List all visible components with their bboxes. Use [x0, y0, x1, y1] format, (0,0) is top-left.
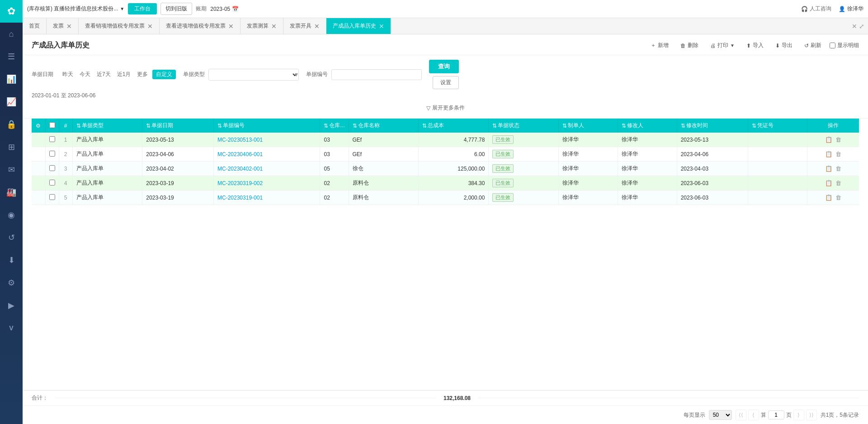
voucher-sort[interactable]: ⇅凭证号 [752, 122, 774, 129]
query-button[interactable]: 查询 [429, 60, 459, 73]
tab-invoice-calc[interactable]: 发票测算 ✕ [241, 18, 283, 34]
row-number-cell[interactable]: MC-20230402-001 [214, 162, 320, 176]
row-checkbox-4[interactable] [49, 180, 55, 186]
creator-sort[interactable]: ⇅制单人 [562, 122, 584, 129]
tab-expand-icon[interactable]: ⤢ [859, 23, 864, 30]
row-checkbox-cell[interactable] [45, 147, 59, 162]
shortcut-7days[interactable]: 近7天 [95, 70, 113, 79]
last-page-button[interactable]: ⟩⟩ [806, 410, 817, 420]
row-number-cell[interactable]: MC-20230513-001 [214, 133, 320, 147]
set-button[interactable]: 设置 [433, 76, 459, 89]
shortcut-1month[interactable]: 近1月 [115, 70, 133, 79]
shortcut-today[interactable]: 今天 [78, 70, 92, 79]
refresh-button[interactable]: ↺ 刷新 [801, 40, 825, 51]
tab-invoice[interactable]: 发票 ✕ [47, 18, 79, 34]
tab-invoice-calc-close[interactable]: ✕ [271, 23, 277, 29]
user-service-button[interactable]: 🎧 人工咨询 [801, 5, 831, 13]
th-voucher[interactable]: ⇅凭证号 [748, 119, 807, 133]
tab-sales-vat-close[interactable]: ✕ [147, 23, 153, 29]
tab-invoice-open[interactable]: 发票开具 ✕ [283, 18, 326, 34]
row-number-link[interactable]: MC-20230319-001 [217, 195, 263, 201]
sidebar-item-analytics[interactable]: 📈 [0, 91, 23, 113]
row-number-cell[interactable]: MC-20230406-001 [214, 147, 320, 162]
row-number-cell[interactable]: MC-20230319-001 [214, 191, 320, 205]
row-edit-icon[interactable]: 📋 [825, 151, 832, 157]
row-checkbox-1[interactable] [49, 136, 55, 142]
tab-sales-vat[interactable]: 查看销项增值税专用发票 ✕ [79, 18, 160, 34]
tab-product-inbound[interactable]: 产成品入库单历史 ✕ [326, 18, 391, 34]
th-type[interactable]: ⇅单据类型 [72, 119, 142, 133]
tab-product-inbound-close[interactable]: ✕ [379, 23, 384, 29]
sidebar-item-download[interactable]: ⬇ [0, 249, 23, 272]
prev-page-button[interactable]: ⟨ [748, 410, 759, 420]
row-number-link[interactable]: MC-20230406-001 [217, 151, 263, 157]
shortcut-custom[interactable]: 自定义 [152, 70, 176, 79]
next-page-button[interactable]: ⟩ [793, 410, 804, 420]
sidebar-item-refresh[interactable]: ↺ [0, 226, 23, 249]
tab-invoice-close[interactable]: ✕ [66, 23, 72, 29]
row-number-link[interactable]: MC-20230402-001 [217, 166, 263, 172]
user-info[interactable]: 👤 徐泽华 [839, 5, 863, 13]
sidebar-item-stamp[interactable]: ◉ [0, 204, 23, 226]
row-edit-icon[interactable]: 📋 [825, 194, 832, 201]
date-sort[interactable]: ⇅单据日期 [146, 122, 173, 129]
row-delete-icon[interactable]: 🗑 [835, 194, 841, 201]
th-total-cost[interactable]: ⇅总成本 [419, 119, 489, 133]
row-checkbox-cell[interactable] [45, 162, 59, 176]
row-number-cell[interactable]: MC-20230319-002 [214, 176, 320, 191]
shortcut-yesterday[interactable]: 昨天 [61, 70, 75, 79]
page-number-input[interactable] [768, 410, 784, 419]
th-warehouse-code[interactable]: ⇅仓库... [320, 119, 349, 133]
export-button[interactable]: ⬇ 导出 [772, 40, 796, 51]
type-filter-select[interactable] [208, 69, 299, 81]
expand-filter-button[interactable]: ▽ 展开更多条件 [32, 102, 859, 114]
print-button[interactable]: 🖨 打印 ▼ [707, 40, 738, 51]
number-filter-input[interactable] [331, 69, 422, 80]
row-delete-icon[interactable]: 🗑 [835, 180, 841, 186]
th-status[interactable]: ⇅单据状态 [489, 119, 559, 133]
th-date[interactable]: ⇅单据日期 [142, 119, 214, 133]
number-sort[interactable]: ⇅单据编号 [217, 122, 245, 129]
import-button[interactable]: ⬆ 导入 [743, 40, 767, 51]
sidebar-item-chart[interactable]: 📊 [0, 68, 23, 91]
row-edit-icon[interactable]: 📋 [825, 165, 832, 172]
row-number-link[interactable]: MC-20230513-001 [217, 137, 263, 143]
row-number-link[interactable]: MC-20230319-002 [217, 180, 263, 186]
row-edit-icon[interactable]: 📋 [825, 180, 832, 186]
sidebar-item-v[interactable]: V [0, 317, 23, 339]
select-all-checkbox[interactable] [49, 122, 55, 128]
new-button[interactable]: ＋ 新增 [647, 40, 672, 51]
sidebar-item-warehouse[interactable]: 🏭 [0, 181, 23, 204]
page-size-select[interactable]: 50 100 200 [709, 410, 732, 420]
total-cost-sort[interactable]: ⇅总成本 [422, 122, 444, 129]
sidebar-item-grid[interactable]: ⊞ [0, 136, 23, 158]
row-edit-icon[interactable]: 📋 [825, 136, 832, 143]
row-delete-icon[interactable]: 🗑 [835, 136, 841, 143]
sidebar-item-settings[interactable]: ⚙ [0, 272, 23, 294]
switch-version-button[interactable]: 切到旧版 [160, 3, 192, 15]
row-checkbox-cell[interactable] [45, 133, 59, 147]
sidebar-item-home[interactable]: ⌂ [0, 23, 23, 45]
calendar-icon[interactable]: 📅 [232, 6, 239, 12]
company-selector[interactable]: (库存核算) 直播轻抟通信息技术股份... ▼ [27, 5, 124, 13]
th-warehouse-name[interactable]: ⇅仓库名称 [349, 119, 419, 133]
sidebar-item-docs[interactable]: ☰ [0, 45, 23, 68]
row-checkbox-3[interactable] [49, 165, 55, 171]
tab-invoice-open-close[interactable]: ✕ [314, 23, 320, 29]
delete-button[interactable]: 🗑 删除 [677, 40, 702, 51]
modify-time-sort[interactable]: ⇅修改时间 [681, 122, 708, 129]
tab-close-all-icon[interactable]: ✕ [852, 23, 857, 30]
th-number[interactable]: ⇅单据编号 [214, 119, 320, 133]
row-checkbox-2[interactable] [49, 151, 55, 157]
show-detail-checkbox[interactable] [830, 43, 835, 48]
shortcut-more[interactable]: 更多 [135, 70, 150, 79]
tab-purchase-vat[interactable]: 查看进项增值税专用发票 ✕ [160, 18, 241, 34]
th-settings[interactable]: ⚙ [32, 119, 45, 133]
row-checkbox-cell[interactable] [45, 176, 59, 191]
row-checkbox-cell[interactable] [45, 191, 59, 205]
warehouse-name-sort[interactable]: ⇅仓库名称 [353, 122, 380, 129]
sidebar-item-mail[interactable]: ✉ [0, 158, 23, 181]
show-detail-checkbox-label[interactable]: 显示明细 [830, 42, 859, 49]
th-modifier[interactable]: ⇅修改人 [618, 119, 677, 133]
tab-purchase-vat-close[interactable]: ✕ [228, 23, 234, 29]
